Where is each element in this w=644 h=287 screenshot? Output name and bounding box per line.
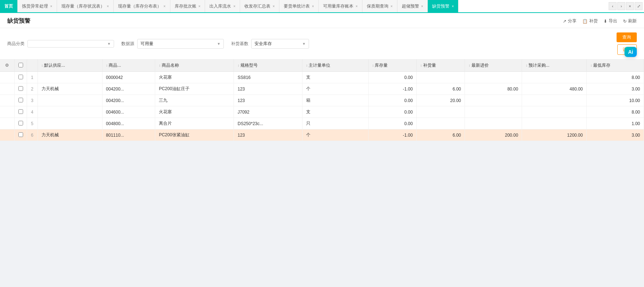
replenish-base-chevron-icon: ▼ <box>302 42 306 46</box>
row-stock-qty: 0.00 <box>368 118 417 129</box>
row-num: 1 <box>27 72 38 83</box>
row-replenish-qty: 6.00 <box>417 83 465 95</box>
row-checkbox[interactable] <box>18 109 23 114</box>
share-icon: ↗ <box>563 19 566 24</box>
row-min-stock: 3.00 <box>587 83 644 95</box>
tab-home[interactable]: 首页 <box>0 0 18 12</box>
replenish-base-filter-group: 补货基数 安全库存 ▼ <box>231 39 309 49</box>
tab-order-stats[interactable]: 要货单统计表 × <box>279 0 319 12</box>
row-checkbox[interactable] <box>18 98 23 102</box>
tab-scroll-left[interactable]: ‹ <box>609 2 617 10</box>
row-spec: 123 <box>234 95 302 106</box>
row-unit: 支 <box>302 106 368 118</box>
row-spec: DS250*23c... <box>234 118 302 129</box>
refresh-action[interactable]: ↻ 刷新 <box>623 18 637 24</box>
row-replenish-qty <box>417 118 465 129</box>
tab-order-stats-close[interactable]: × <box>312 4 314 8</box>
category-filter-group: 商品分类 ▼ <box>7 40 114 48</box>
th-product-name[interactable]: 商品名称 <box>155 59 234 72</box>
tab-receive-summary[interactable]: 收发存汇总表 × <box>240 0 279 12</box>
ai-badge[interactable]: Ai <box>625 47 637 57</box>
tab-batch[interactable]: 库存批次账 × <box>170 0 205 12</box>
tab-batch-label: 库存批次账 <box>175 3 196 9</box>
tab-inout-flow[interactable]: 出入库流水 × <box>205 0 240 12</box>
export-action[interactable]: ⬇ 导出 <box>604 18 617 24</box>
share-label: 分享 <box>568 18 576 24</box>
row-product-code: 0000042 <box>102 72 155 83</box>
row-checkbox[interactable] <box>18 75 23 79</box>
tab-receive-summary-label: 收发存汇总表 <box>244 3 270 9</box>
page-header: 缺货预警 ↗ 分享 📋 补货 ⬇ 导出 ↻ 刷新 <box>0 13 644 28</box>
export-icon: ⬇ <box>604 19 607 24</box>
select-all-checkbox[interactable] <box>18 63 23 67</box>
th-default-supplier[interactable]: 默认供应... <box>38 59 102 72</box>
tab-expiry-close[interactable]: × <box>391 4 393 8</box>
th-product-code[interactable]: 商品... <box>102 59 155 72</box>
tab-abnormal[interactable]: 拣货异常处理 × <box>18 0 57 12</box>
tab-overstock[interactable]: 超储预警 × <box>397 0 428 12</box>
query-button[interactable]: 查询 <box>617 32 637 42</box>
row-product-code: 004200... <box>102 95 155 106</box>
row-replenish-qty: 6.00 <box>417 129 465 141</box>
row-spec: J7092 <box>234 106 302 118</box>
category-filter-label: 商品分类 <box>7 41 25 47</box>
tab-expiry[interactable]: 保质期查询 × <box>362 0 397 12</box>
replenish-base-label: 补货基数 <box>231 41 248 47</box>
tab-inventory-status-close[interactable]: × <box>107 4 109 8</box>
row-product-name: 三九 <box>155 95 234 106</box>
datasource-select-value: 可用量 <box>140 41 153 47</box>
tab-shortage-close[interactable]: × <box>452 4 454 8</box>
tab-expand[interactable]: ⤢ <box>635 2 643 10</box>
row-supplier <box>38 72 102 83</box>
row-product-code: 004200... <box>102 83 155 95</box>
row-min-stock: 10.00 <box>587 95 644 106</box>
tab-inventory-dist-label: 现存量（库存分布表） <box>118 3 161 9</box>
th-spec[interactable]: 规格型号 <box>234 59 302 72</box>
tab-inout-flow-close[interactable]: × <box>233 4 235 8</box>
th-est-purchase[interactable]: 预计采购... <box>522 59 587 72</box>
row-est-purchase <box>522 118 587 129</box>
row-min-stock: 8.00 <box>587 72 644 83</box>
th-stock-qty[interactable]: 库存量 <box>368 59 417 72</box>
row-unit: 只 <box>302 118 368 129</box>
row-latest-price <box>465 95 522 106</box>
tab-batch-close[interactable]: × <box>199 4 201 8</box>
row-checkbox[interactable] <box>18 132 23 137</box>
th-min-stock[interactable]: 最低库存 <box>587 59 644 72</box>
row-checkbox[interactable] <box>18 86 23 91</box>
tab-close-all[interactable]: × <box>626 2 634 10</box>
tab-available-ledger-close[interactable]: × <box>356 4 358 8</box>
row-est-purchase: 1200.00 <box>522 129 587 141</box>
row-checkbox-cell <box>14 83 27 95</box>
category-select[interactable]: ▼ <box>27 40 114 48</box>
row-stock-qty: 0.00 <box>368 106 417 118</box>
tab-overstock-close[interactable]: × <box>421 4 423 8</box>
replenish-label: 补货 <box>589 18 598 24</box>
th-replenish-qty[interactable]: 补货量 <box>417 59 465 72</box>
tab-scroll-right[interactable]: › <box>617 2 625 10</box>
tab-abnormal-close[interactable]: × <box>50 4 52 8</box>
row-replenish-qty: 20.00 <box>417 95 465 106</box>
tab-available-ledger[interactable]: 可用量库存账本 × <box>319 0 362 12</box>
row-checkbox-cell <box>14 72 27 83</box>
th-checkbox <box>14 59 27 72</box>
tab-bar: 首页 拣货异常处理 × 现存量（库存状况表） × 现存量（库存分布表） × 库存… <box>0 0 644 13</box>
row-checkbox[interactable] <box>18 121 23 125</box>
tab-receive-summary-close[interactable]: × <box>273 4 275 8</box>
datasource-select[interactable]: 可用量 ▼ <box>137 39 224 49</box>
category-chevron-icon: ▼ <box>107 42 111 46</box>
replenish-action[interactable]: 📋 补货 <box>582 18 598 24</box>
replenish-base-select[interactable]: 安全库存 ▼ <box>251 39 309 49</box>
th-unit[interactable]: 主计量单位 <box>302 59 368 72</box>
main-content: 缺货预警 ↗ 分享 📋 补货 ⬇ 导出 ↻ 刷新 商品分类 <box>0 13 644 141</box>
row-settings-cell <box>0 129 14 141</box>
tab-inventory-status[interactable]: 现存量（库存状况表） × <box>57 0 114 12</box>
tab-shortage[interactable]: 缺货预警 × <box>428 0 458 12</box>
tab-inventory-dist[interactable]: 现存量（库存分布表） × <box>114 0 170 12</box>
column-settings-icon[interactable]: ⚙ <box>4 63 10 69</box>
th-latest-price[interactable]: 最新进价 <box>465 59 522 72</box>
share-action[interactable]: ↗ 分享 <box>563 18 576 24</box>
row-min-stock: 8.00 <box>587 106 644 118</box>
tab-inventory-dist-close[interactable]: × <box>164 4 166 8</box>
row-supplier: 力天机械 <box>38 129 102 141</box>
